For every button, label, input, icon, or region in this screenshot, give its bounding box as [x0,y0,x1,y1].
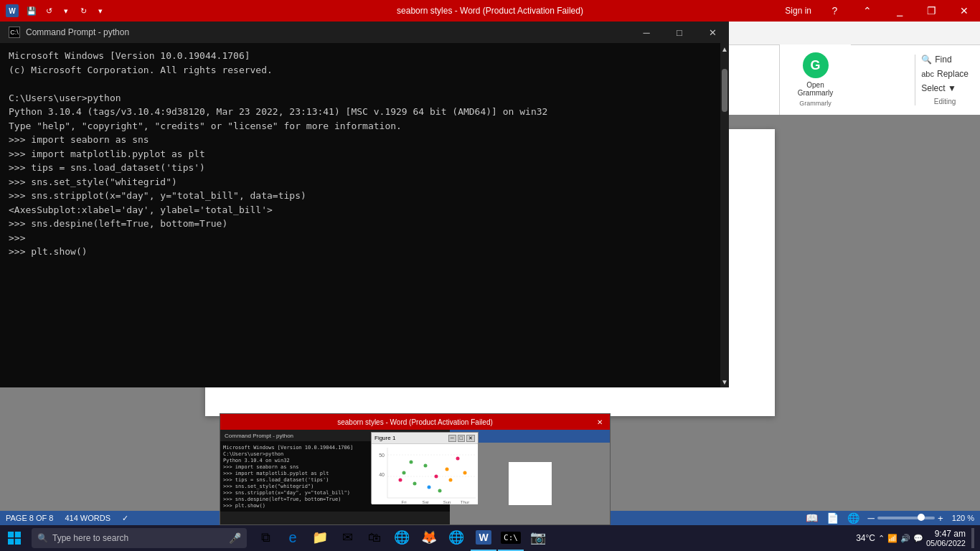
cmd-title: Command Prompt - python [26,27,129,37]
svg-rect-3 [15,539,21,545]
maximize-button[interactable]: ❐ [915,0,948,22]
chrome-icon: 🌐 [394,529,410,545]
close-button[interactable]: ✕ [948,0,980,22]
word-icon: W [6,4,19,17]
customize-button[interactable]: ▾ [93,4,108,18]
taskbar-cmd[interactable]: C:\ [498,525,524,551]
svg-text:Thur: Thur [461,500,469,504]
status-right: 📖 📄 🌐 ─ + 120 % [806,512,974,524]
minimize-button[interactable]: ⎯ [883,0,915,22]
print-layout-button[interactable]: 📄 [826,512,839,524]
taskbar-task-view[interactable]: ⧉ [253,525,278,551]
taskbar-search[interactable]: 🔍 Type here to search 🎤 [32,528,247,548]
mini-preview-window: seaborn styles - Word (Product Activatio… [220,413,611,525]
mail-icon: ✉ [342,529,353,545]
ribbon-toggle[interactable]: ⌃ [851,0,883,22]
find-replace-group: 🔍 Find abc Replace Select ▼ Editing [915,55,974,105]
figure-titlebar: Figure 1 ─ □ ✕ [372,433,478,444]
grammarly-icon[interactable]: G [803,52,829,78]
zoom-out-button[interactable]: ─ [868,513,875,524]
svg-text:40: 40 [379,472,385,477]
page-info: PAGE 8 OF 8 [6,514,53,522]
svg-point-18 [428,486,431,489]
zoom-in-button[interactable]: + [938,513,943,524]
clock-time: 9:47 am [926,529,966,539]
web-layout-button[interactable]: 🌐 [847,512,859,524]
taskbar-word[interactable]: W [471,525,496,551]
redo-button[interactable]: ↻ [76,4,90,18]
svg-point-16 [449,479,453,482]
mini-title-text: seaborn styles - Word (Product Activatio… [337,418,493,426]
figure-minimize-button[interactable]: ─ [448,435,456,442]
cmd-minimize[interactable]: ─ [630,22,663,43]
undo-button[interactable]: ↺ [42,4,56,18]
taskbar-firefox[interactable]: 🦊 [416,525,442,551]
grammarly-section: G OpenGrammarly Grammarly [779,44,851,115]
windows-logo-icon [8,532,21,545]
taskbar-edge[interactable]: e [280,525,306,551]
editing-label: Editing [921,98,969,105]
taskbar-store[interactable]: 🛍 [362,525,387,551]
word-taskbar-icon: W [476,530,491,545]
firefox-icon: 🦊 [421,529,437,545]
svg-rect-2 [8,539,14,545]
taskbar-mail[interactable]: ✉ [334,525,360,551]
sign-in-link[interactable]: Sign in [778,0,819,22]
cmd-maximize[interactable]: □ [663,22,696,43]
show-desktop-button[interactable] [971,528,974,548]
svg-rect-1 [15,532,21,537]
cortana-icon: 🎤 [229,532,241,544]
network-icon: 📶 [887,534,897,543]
figure-maximize-button[interactable]: □ [458,435,465,442]
svg-text:Fri: Fri [402,500,407,504]
clock-date: 05/06/2022 [926,539,966,547]
zoom-track [877,517,935,519]
help-button[interactable]: ? [819,0,851,22]
weather-temp: 34°C [856,533,875,543]
scroll-down-arrow[interactable]: ▼ [720,376,729,387]
notifications-icon[interactable]: 💬 [913,534,923,543]
svg-text:Sat: Sat [422,500,428,504]
start-button[interactable] [0,525,29,551]
svg-text:Sun: Sun [443,500,451,504]
zoom-slider[interactable]: ─ + [868,513,943,524]
scrollbar-thumb[interactable] [722,69,727,112]
figure-close-button[interactable]: ✕ [466,435,475,442]
taskbar-clock[interactable]: 9:47 am 05/06/2022 [926,529,966,547]
scatter-plot: 50 40 [372,444,478,504]
cmd-content[interactable]: Microsoft Windows [Version 10.0.19044.17… [0,43,720,387]
read-mode-button[interactable]: 📖 [806,512,818,524]
cmd-text: Microsoft Windows [Version 10.0.19044.17… [9,49,712,259]
taskbar-explorer[interactable]: 📁 [307,525,333,551]
select-button[interactable]: Select ▼ [921,83,969,93]
cmd-close[interactable]: ✕ [696,22,729,43]
figure-content: 50 40 [372,444,478,504]
grammarly-sublabel: Grammarly [799,100,831,107]
mini-cmd-text: Microsoft Windows [Version 10.0.19044.17… [223,445,353,509]
volume-icon[interactable]: 🔊 [900,534,910,543]
svg-point-20 [399,479,402,482]
undo-dropdown[interactable]: ▾ [59,4,73,18]
mini-close-button[interactable]: ✕ [590,414,610,430]
taskbar-camera[interactable]: 📷 [525,525,551,551]
replace-button[interactable]: abc Replace [921,69,969,79]
search-icon: 🔍 [37,533,48,543]
scroll-up-arrow[interactable]: ▲ [720,43,729,55]
svg-point-15 [410,461,413,464]
svg-point-21 [463,471,467,475]
taskbar-chrome[interactable]: 🌐 [389,525,415,551]
chevron-up-icon[interactable]: ⌃ [878,534,885,543]
zoom-level: 120 % [952,514,974,522]
find-button[interactable]: 🔍 Find [921,55,969,65]
svg-point-12 [424,464,428,468]
zoom-thumb [918,514,925,521]
replace-label: Replace [937,69,969,79]
cmd-body: Microsoft Windows [Version 10.0.19044.17… [0,43,729,387]
save-button[interactable]: 💾 [24,4,39,18]
figure-controls-mini: ─ □ ✕ [448,435,475,442]
title-bar: W 💾 ↺ ▾ ↻ ▾ seaborn styles - Word (Produ… [0,0,980,22]
taskbar-chrome2[interactable]: 🌐 [443,525,469,551]
camera-icon: 📷 [530,529,546,545]
title-bar-left: W 💾 ↺ ▾ ↻ ▾ [0,0,108,22]
system-icons: 34°C ⌃ 📶 🔊 💬 [856,533,923,543]
